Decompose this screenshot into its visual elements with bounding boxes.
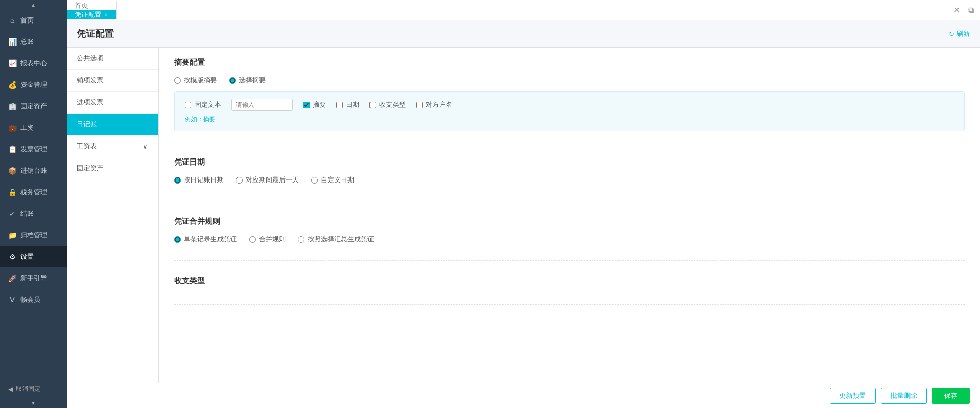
- radio-merge-rule-input[interactable]: [249, 236, 256, 243]
- close-window-btn[interactable]: ✕: [951, 3, 962, 17]
- sidebar-unpin-label: 取消固定: [16, 384, 40, 393]
- income-type-section: 收支类型: [174, 276, 965, 305]
- left-nav-public[interactable]: 公共选项: [67, 48, 158, 70]
- summary-title: 摘要配置: [174, 58, 965, 67]
- sidebar-item-home[interactable]: ⌂首页: [0, 10, 67, 31]
- date-radio-group: 按日记账日期 对应期间最后一天 自定义日期: [174, 175, 965, 185]
- summary-section: 摘要配置 按模版摘要 选择摘要: [174, 58, 965, 142]
- save-button[interactable]: 保存: [932, 388, 970, 404]
- left-nav-purchase[interactable]: 进项发票: [67, 92, 158, 114]
- main-area: 首页凭证配置× ✕ ⧉ 凭证配置 ↻ 刷新 公共选项销项发票进项发票日记账工资表…: [67, 0, 980, 408]
- example-text: 例如：摘要: [185, 115, 954, 124]
- radio-custom-date-label: 自定义日期: [321, 175, 354, 185]
- sidebar-label-close: 结账: [20, 209, 34, 218]
- summary-radio-group: 按模版摘要 选择摘要: [174, 76, 965, 85]
- left-nav-journal[interactable]: 日记账: [67, 114, 158, 135]
- radio-template-summary-input[interactable]: [174, 77, 181, 84]
- checkbox-counterpart-label: 对方户名: [426, 100, 452, 109]
- checkbox-date[interactable]: 日期: [336, 100, 359, 109]
- tab-voucher-tab[interactable]: 凭证配置×: [67, 10, 117, 19]
- sidebar-item-assets[interactable]: 🏢固定资产: [0, 96, 67, 117]
- tax-icon: 🔒: [8, 188, 16, 196]
- sidebar-item-member[interactable]: V畅会员: [0, 289, 67, 310]
- radio-custom-date[interactable]: 自定义日期: [311, 175, 354, 185]
- batch-delete-button[interactable]: 批量删除: [881, 388, 927, 404]
- radio-select-merge-input[interactable]: [298, 236, 304, 243]
- sidebar-scroll-down[interactable]: ▼: [0, 398, 67, 408]
- radio-select-merge[interactable]: 按照选择汇总生成凭证: [298, 235, 374, 244]
- update-preview-button[interactable]: 更新预置: [830, 388, 876, 404]
- sidebar-label-settings: 设置: [20, 252, 34, 261]
- radio-template-summary-label: 按模版摘要: [184, 76, 217, 85]
- sidebar-item-salary[interactable]: 💼工资: [0, 117, 67, 139]
- salary-icon: 💼: [8, 124, 16, 132]
- left-nav: 公共选项销项发票进项发票日记账工资表∨固定资产: [67, 48, 159, 383]
- tab-close-voucher-tab[interactable]: ×: [104, 11, 108, 18]
- checkbox-fixed-text-input[interactable]: [185, 102, 191, 108]
- summary-config-box: 固定文本 摘要 日期: [174, 91, 965, 131]
- tab-home-tab[interactable]: 首页: [67, 1, 117, 10]
- checkbox-fixed-text[interactable]: 固定文本: [185, 100, 221, 109]
- merge-title: 凭证合并规则: [174, 217, 965, 226]
- sidebar-unpin[interactable]: ◀ 取消固定: [0, 379, 67, 398]
- tab-label-voucher-tab: 凭证配置: [75, 10, 101, 19]
- sidebar-item-report[interactable]: 📈报表中心: [0, 53, 67, 74]
- sidebar-item-purchase[interactable]: 📦进销台账: [0, 160, 67, 182]
- radio-select-summary-input[interactable]: [229, 77, 236, 84]
- maximize-btn[interactable]: ⧉: [966, 4, 976, 17]
- checkbox-counterpart-input[interactable]: [416, 102, 423, 108]
- radio-select-summary[interactable]: 选择摘要: [229, 76, 266, 85]
- radio-journal-date[interactable]: 按日记账日期: [174, 175, 224, 185]
- fixed-text-input[interactable]: [231, 99, 293, 111]
- invoice-icon: 📋: [8, 145, 16, 153]
- sidebar-item-close[interactable]: ✓结账: [0, 203, 67, 224]
- sidebar-label-guide: 新手引导: [20, 274, 47, 283]
- left-nav-label-purchase: 进项发票: [77, 98, 103, 107]
- sidebar-item-guide[interactable]: 🚀新手引导: [0, 267, 67, 289]
- checkbox-summary-input[interactable]: [303, 102, 310, 108]
- sidebar-label-ledger: 总账: [20, 37, 34, 47]
- radio-single-label: 单条记录生成凭证: [184, 235, 237, 244]
- checkbox-summary-label: 摘要: [313, 100, 326, 109]
- left-nav-fixed_assets[interactable]: 固定资产: [67, 157, 158, 179]
- left-nav-label-fixed_assets: 固定资产: [77, 164, 103, 173]
- radio-merge-rule[interactable]: 合并规则: [249, 235, 286, 244]
- radio-single-input[interactable]: [174, 236, 181, 243]
- checkbox-income-type-input[interactable]: [369, 102, 376, 108]
- sidebar-label-purchase: 进销台账: [20, 166, 47, 175]
- radio-select-merge-label: 按照选择汇总生成凭证: [308, 235, 374, 244]
- page-header: 凭证配置 ↻ 刷新: [67, 20, 980, 48]
- sidebar-item-invoice[interactable]: 📋发票管理: [0, 139, 67, 160]
- tab-bar-actions: ✕ ⧉: [951, 3, 980, 17]
- sidebar-item-ledger[interactable]: 📊总账: [0, 31, 67, 53]
- report-icon: 📈: [8, 59, 16, 67]
- checkbox-date-input[interactable]: [336, 102, 343, 108]
- merge-section: 凭证合并规则 单条记录生成凭证 合并规则 按照选择汇总生成凭证: [174, 217, 965, 261]
- checkbox-counterpart[interactable]: 对方户名: [416, 100, 452, 109]
- refresh-button[interactable]: ↻ 刷新: [949, 29, 970, 38]
- radio-last-day-input[interactable]: [236, 177, 243, 184]
- radio-custom-date-input[interactable]: [311, 177, 318, 184]
- sidebar-scroll-up[interactable]: ▲: [0, 0, 67, 10]
- sidebar-label-tax: 税务管理: [20, 188, 47, 197]
- radio-template-summary[interactable]: 按模版摘要: [174, 76, 217, 85]
- checkbox-income-type[interactable]: 收支类型: [369, 100, 406, 109]
- sidebar-item-archive[interactable]: 📁归档管理: [0, 224, 67, 246]
- sidebar: ▲ ⌂首页📊总账📈报表中心💰资金管理🏢固定资产💼工资📋发票管理📦进销台账🔒税务管…: [0, 0, 67, 408]
- merge-radio-group: 单条记录生成凭证 合并规则 按照选择汇总生成凭证: [174, 235, 965, 244]
- content-area: 公共选项销项发票进项发票日记账工资表∨固定资产 摘要配置 按模版摘要 选择摘要: [67, 48, 980, 383]
- left-nav-sales[interactable]: 销项发票: [67, 70, 158, 92]
- tab-label-home-tab: 首页: [75, 1, 88, 10]
- checkbox-date-label: 日期: [346, 100, 359, 109]
- sidebar-label-report: 报表中心: [20, 59, 47, 68]
- fund-icon: 💰: [8, 81, 16, 89]
- radio-last-day[interactable]: 对应期间最后一天: [236, 175, 299, 185]
- sidebar-item-fund[interactable]: 💰资金管理: [0, 74, 67, 96]
- guide-icon: 🚀: [8, 274, 16, 282]
- radio-journal-date-input[interactable]: [174, 177, 181, 184]
- sidebar-item-settings[interactable]: ⚙设置: [0, 246, 67, 267]
- left-nav-payroll[interactable]: 工资表∨: [67, 135, 158, 157]
- checkbox-summary[interactable]: 摘要: [303, 100, 326, 109]
- sidebar-item-tax[interactable]: 🔒税务管理: [0, 182, 67, 203]
- radio-single[interactable]: 单条记录生成凭证: [174, 235, 237, 244]
